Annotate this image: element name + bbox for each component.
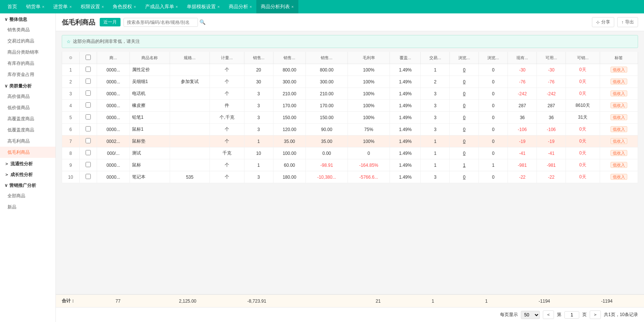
row-checkbox[interactable] (79, 147, 97, 159)
row-view1[interactable]: 0 (450, 76, 479, 88)
sidebar-section-cluster[interactable]: ∨类群量分析 (0, 80, 55, 91)
sidebar-section-circulation[interactable]: ＞流通性分析 (0, 158, 55, 169)
row-spec: 参加复试 (170, 76, 210, 88)
page-input[interactable] (564, 311, 579, 319)
col-tag[interactable]: 标签 (600, 52, 638, 64)
row-view1[interactable]: 0 (450, 136, 479, 147)
col-gross-rate[interactable]: 毛利率 (347, 52, 390, 64)
col-saleable[interactable]: 可销... (566, 52, 600, 64)
row-checkbox[interactable] (79, 124, 97, 136)
row-checkbox[interactable] (79, 112, 97, 124)
search-input[interactable] (124, 18, 198, 27)
col-view1[interactable]: 浏览... (450, 52, 479, 64)
row-checkbox[interactable] (79, 159, 97, 171)
row-current: -76 (508, 76, 537, 88)
row-name: 笔记本 (129, 171, 170, 183)
sidebar-item-sales-products[interactable]: 销售类商品 (0, 24, 55, 35)
row-checkbox[interactable] (79, 76, 97, 88)
row-view1[interactable]: 1 (450, 159, 479, 171)
sidebar-item-all-products[interactable]: 全部商品 (0, 190, 55, 201)
row-available: -106 (537, 124, 566, 136)
search-button[interactable]: 🔍 (199, 19, 206, 25)
col-view2[interactable]: 浏览... (479, 52, 508, 64)
row-name: 橡皮擦 (129, 100, 170, 112)
row-sales1: 10 (244, 147, 273, 159)
col-available[interactable]: 可用... (537, 52, 566, 64)
col-sales1[interactable]: 销售... (244, 52, 273, 64)
filter-recent-month-button[interactable]: 近一月 (100, 18, 121, 26)
row-trade: 3 (421, 100, 450, 112)
nav-purchase-order[interactable]: 进货单× (49, 0, 76, 13)
prev-page-button[interactable]: ＜ (543, 310, 554, 319)
export-button[interactable]: ↑ 导出 (617, 17, 638, 27)
sidebar-item-low-margin[interactable]: 低毛利商品 (0, 147, 55, 158)
row-sales3: 300.00 (306, 76, 347, 88)
nav-home[interactable]: 首页 (3, 0, 22, 13)
col-unit[interactable]: 计量... (210, 52, 244, 64)
col-current[interactable]: 现有... (508, 52, 537, 64)
row-view2: 0 (479, 112, 508, 124)
sidebar-item-traded-products[interactable]: 交易过的商品 (0, 35, 55, 47)
nav-product-inbound[interactable]: 产成品入库单× (141, 0, 182, 13)
nav-close-icon[interactable]: × (134, 4, 136, 9)
row-coverage: 1.49% (390, 136, 421, 147)
row-number: 10 (62, 171, 80, 183)
next-page-button[interactable]: ＞ (590, 310, 601, 319)
row-view1[interactable]: 0 (450, 64, 479, 76)
nav-close-icon[interactable]: × (42, 4, 44, 9)
sidebar-item-high-coverage[interactable]: 高覆盖度商品 (0, 113, 55, 124)
row-spec (170, 100, 210, 112)
row-sales1: 3 (244, 124, 273, 136)
per-page-select[interactable]: 50 100 200 (521, 311, 540, 319)
row-checkbox[interactable] (79, 88, 97, 100)
share-button[interactable]: ⊹ 分享 (592, 17, 614, 27)
nav-product-analysis[interactable]: 商品分析× (224, 0, 256, 13)
sidebar-item-low-value[interactable]: 低价值商品 (0, 102, 55, 113)
row-checkbox[interactable] (79, 100, 97, 112)
row-view1[interactable]: 0 (450, 124, 479, 136)
sidebar-item-inventory-funds[interactable]: 库存资金占用 (0, 69, 55, 80)
nav-close-icon[interactable]: × (176, 4, 178, 9)
sidebar-item-new-products[interactable]: 新品 (0, 201, 55, 213)
nav-permission[interactable]: 权限设置× (76, 0, 108, 13)
sidebar-item-high-margin[interactable]: 高毛利商品 (0, 136, 55, 147)
row-view1[interactable]: 0 (450, 88, 479, 100)
col-sales3[interactable]: 销售... (306, 52, 347, 64)
col-trade[interactable]: 交易... (421, 52, 450, 64)
sidebar-item-low-coverage[interactable]: 低覆盖度商品 (0, 124, 55, 136)
sidebar-item-high-value[interactable]: 高价值商品 (0, 91, 55, 102)
table-row: 7 0002... 鼠标垫 个 1 35.00 35.00 100% 1.49%… (62, 136, 638, 147)
col-sales2[interactable]: 销售... (273, 52, 306, 64)
nav-sales-order[interactable]: 销货单× (22, 0, 49, 13)
col-code[interactable]: 商... (97, 52, 130, 64)
col-coverage[interactable]: 覆盖... (390, 52, 421, 64)
col-name[interactable]: 商品名称 (129, 52, 170, 64)
col-spec[interactable]: 规格... (170, 52, 210, 64)
sidebar-section-overall[interactable]: ∨整体信息 (0, 13, 55, 24)
nav-close-icon[interactable]: × (291, 4, 294, 9)
row-checkbox[interactable] (79, 136, 97, 147)
row-tag: 低收入 (600, 147, 638, 159)
nav-close-icon[interactable]: × (250, 4, 252, 9)
row-view1[interactable]: 0 (450, 112, 479, 124)
nav-close-icon[interactable]: × (69, 4, 71, 9)
col-settings[interactable]: ⚙ (62, 52, 80, 64)
nav-template-settings[interactable]: 单据模板设置× (182, 0, 224, 13)
row-view1[interactable]: 0 (450, 147, 479, 159)
row-view2: 0 (479, 64, 508, 76)
row-view1[interactable]: 0 (450, 171, 479, 183)
col-checkbox[interactable] (79, 52, 97, 64)
sidebar-section-marketing[interactable]: ∨营销推广分析 (0, 179, 55, 190)
row-checkbox[interactable] (79, 64, 97, 76)
nav-close-icon[interactable]: × (102, 4, 104, 9)
row-spec (170, 112, 210, 124)
row-view1[interactable]: 0 (450, 100, 479, 112)
row-checkbox[interactable] (79, 171, 97, 183)
nav-product-analysis-list[interactable]: 商品分析列表× (256, 0, 298, 13)
sidebar-section-growth[interactable]: ＞成长性分析 (0, 169, 55, 179)
nav-role-auth[interactable]: 角色授权× (108, 0, 140, 13)
sidebar-item-category-sales[interactable]: 商品分类助销率 (0, 47, 55, 58)
nav-close-icon[interactable]: × (217, 4, 220, 9)
sidebar-item-stocked-products[interactable]: 有库存的商品 (0, 58, 55, 69)
row-saleable: 0天 (566, 171, 600, 183)
